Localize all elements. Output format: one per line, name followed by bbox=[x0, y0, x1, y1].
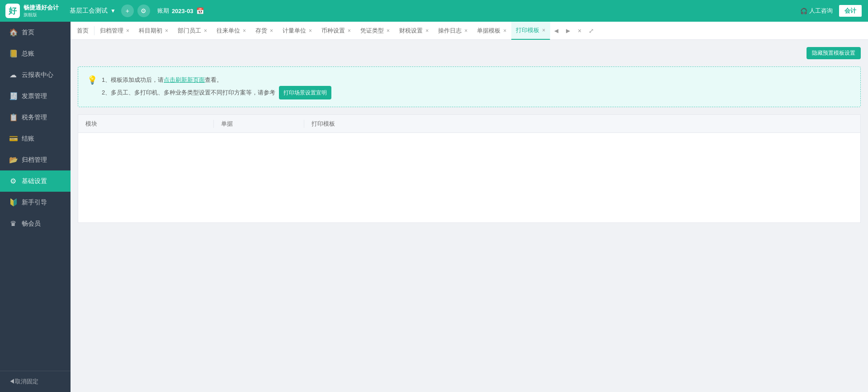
checkout-icon: 💳 bbox=[9, 134, 17, 143]
guide-icon: 🔰 bbox=[9, 198, 17, 207]
tab-close-units[interactable]: × bbox=[309, 28, 312, 34]
bulb-icon: 💡 bbox=[87, 75, 97, 99]
col-module-header: 模块 bbox=[78, 120, 214, 128]
member-icon: ♛ bbox=[9, 219, 17, 228]
reports-icon: ☁ bbox=[9, 71, 17, 79]
settings-button[interactable]: ⚙ bbox=[137, 5, 150, 17]
tab-counterparty[interactable]: 往来单位 × bbox=[212, 22, 251, 40]
ledger-icon: 📒 bbox=[9, 49, 17, 58]
dropdown-arrow-icon: ▼ bbox=[110, 8, 116, 14]
sidebar-label-tax: 税务管理 bbox=[22, 113, 47, 122]
sidebar-item-member[interactable]: ♛ 畅会员 bbox=[0, 213, 71, 234]
sidebar-label-guide: 新手引导 bbox=[22, 198, 47, 207]
sidebar-nav: 🏠 首页 📒 总账 ☁ 云报表中心 🧾 发票管理 📋 税务管理 bbox=[0, 22, 71, 371]
tab-inventory[interactable]: 存货 × bbox=[251, 22, 278, 40]
sidebar: 🏠 首页 📒 总账 ☁ 云报表中心 🧾 发票管理 📋 税务管理 bbox=[0, 22, 71, 392]
kuaiji-button[interactable]: 会计 bbox=[838, 4, 863, 18]
sidebar-item-settings[interactable]: ⚙ 基础设置 bbox=[0, 170, 71, 192]
tab-print-template[interactable]: 打印模板 × bbox=[511, 22, 550, 40]
notice-box: 💡 1、模板添加成功后，请点击刷新新页面查看。 2、多员工、多打印机、多种业务类… bbox=[78, 66, 861, 107]
tab-close-currency[interactable]: × bbox=[348, 28, 351, 34]
tab-close-all-button[interactable]: × bbox=[574, 22, 585, 40]
tab-operation-log[interactable]: 操作日志 × bbox=[434, 22, 472, 40]
top-actions: + ⚙ bbox=[121, 5, 150, 17]
sidebar-item-ledger[interactable]: 📒 总账 bbox=[0, 43, 71, 64]
tab-next-button[interactable]: ▶ bbox=[562, 22, 574, 40]
tab-subjects[interactable]: 科目期初 × bbox=[134, 22, 173, 40]
tab-close-subjects[interactable]: × bbox=[165, 28, 168, 34]
home-icon: 🏠 bbox=[9, 28, 17, 37]
sidebar-label-home: 首页 bbox=[22, 28, 34, 37]
table-header: 模块 单据 打印模板 bbox=[78, 114, 861, 132]
table-body bbox=[78, 132, 861, 223]
tab-close-archive-mgmt[interactable]: × bbox=[126, 28, 129, 34]
tab-close-inventory[interactable]: × bbox=[270, 28, 273, 34]
sidebar-item-archive[interactable]: 📂 归档管理 bbox=[0, 149, 71, 170]
help-button[interactable]: 🎧 人工咨询 bbox=[800, 7, 833, 15]
tab-voucher-type[interactable]: 凭证类型 × bbox=[356, 22, 395, 40]
invoice-icon: 🧾 bbox=[9, 92, 17, 100]
tab-home[interactable]: 首页 bbox=[72, 22, 93, 40]
tab-close-operation-log[interactable]: × bbox=[464, 28, 467, 34]
top-controls: 隐藏预置模板设置 bbox=[78, 47, 861, 63]
tab-separator bbox=[94, 26, 94, 35]
tab-departments[interactable]: 部门员工 × bbox=[173, 22, 212, 40]
sidebar-label-settings: 基础设置 bbox=[22, 177, 47, 185]
hide-template-button[interactable]: 隐藏预置模板设置 bbox=[807, 47, 861, 59]
sidebar-item-invoice[interactable]: 🧾 发票管理 bbox=[0, 85, 71, 107]
logo-area: 好 畅捷通好会计 旗舰版 bbox=[5, 4, 64, 18]
content-main: 隐藏预置模板设置 💡 1、模板添加成功后，请点击刷新新页面查看。 2、多员工、多… bbox=[71, 40, 868, 392]
tab-close-tax-settings[interactable]: × bbox=[425, 28, 429, 34]
content-area: 首页 归档管理 × 科目期初 × 部门员工 × 往来单位 × bbox=[71, 22, 868, 392]
tab-close-print-template[interactable]: × bbox=[542, 27, 545, 33]
company-selector[interactable]: 基层工会测试 ▼ bbox=[70, 7, 116, 15]
notice-line2: 2、多员工、多打印机、多种业务类型设置不同打印方案等，请参考 打印场景设置宣明 bbox=[102, 86, 331, 99]
sidebar-item-guide[interactable]: 🔰 新手引导 bbox=[0, 192, 71, 213]
headset-icon: 🎧 bbox=[800, 8, 807, 14]
sidebar-label-ledger: 总账 bbox=[22, 50, 34, 58]
archive-icon: 📂 bbox=[9, 156, 17, 164]
tax-icon: 📋 bbox=[9, 113, 17, 122]
logo-icon: 好 bbox=[5, 4, 20, 18]
tab-close-counterparty[interactable]: × bbox=[243, 28, 246, 34]
tab-prev-button[interactable]: ◀ bbox=[550, 22, 562, 40]
sidebar-label-invoice: 发票管理 bbox=[22, 92, 47, 100]
notice-line1: 1、模板添加成功后，请点击刷新新页面查看。 bbox=[102, 74, 331, 86]
settings-gear-icon: ⚙ bbox=[9, 177, 17, 185]
sidebar-item-checkout[interactable]: 💳 结账 bbox=[0, 128, 71, 149]
tab-expand-button[interactable]: ⤢ bbox=[585, 22, 597, 40]
logo-text: 畅捷通好会计 旗舰版 bbox=[24, 4, 59, 18]
sidebar-item-reports[interactable]: ☁ 云报表中心 bbox=[0, 64, 71, 85]
sidebar-label-member: 畅会员 bbox=[22, 220, 41, 228]
col-template-header: 打印模板 bbox=[304, 120, 860, 128]
tab-currency[interactable]: 币种设置 × bbox=[317, 22, 356, 40]
top-right: 🎧 人工咨询 会计 bbox=[800, 4, 863, 18]
col-voucher-header: 单据 bbox=[214, 120, 304, 128]
sidebar-footer[interactable]: ◀取消固定 bbox=[0, 371, 71, 392]
sidebar-item-home[interactable]: 🏠 首页 bbox=[0, 22, 71, 43]
tab-close-voucher-type[interactable]: × bbox=[387, 28, 390, 34]
tab-archive-mgmt[interactable]: 归档管理 × bbox=[95, 22, 134, 40]
tab-single-voucher[interactable]: 单据模板 × bbox=[472, 22, 511, 40]
sidebar-label-checkout: 结账 bbox=[22, 135, 34, 143]
refresh-link[interactable]: 点击刷新新页面 bbox=[164, 76, 205, 83]
tab-bar: 首页 归档管理 × 科目期初 × 部门员工 × 往来单位 × bbox=[71, 22, 868, 40]
print-scene-button[interactable]: 打印场景设置宣明 bbox=[279, 86, 331, 99]
main-area: 🏠 首页 📒 总账 ☁ 云报表中心 🧾 发票管理 📋 税务管理 bbox=[0, 22, 868, 392]
tab-tax-settings[interactable]: 财税设置 × bbox=[395, 22, 434, 40]
period-info: 账期 2023-03 📅 bbox=[157, 7, 204, 15]
tab-close-departments[interactable]: × bbox=[204, 28, 207, 34]
sidebar-label-reports: 云报表中心 bbox=[22, 71, 53, 79]
calendar-icon[interactable]: 📅 bbox=[196, 7, 204, 14]
sidebar-item-tax[interactable]: 📋 税务管理 bbox=[0, 107, 71, 128]
top-bar: 好 畅捷通好会计 旗舰版 基层工会测试 ▼ + ⚙ 账期 2023-03 📅 🎧… bbox=[0, 0, 868, 22]
print-template-table: 模块 单据 打印模板 bbox=[78, 114, 861, 223]
tab-close-single-voucher[interactable]: × bbox=[503, 28, 506, 34]
notice-content: 1、模板添加成功后，请点击刷新新页面查看。 2、多员工、多打印机、多种业务类型设… bbox=[102, 74, 331, 99]
add-button[interactable]: + bbox=[121, 5, 134, 17]
sidebar-label-archive: 归档管理 bbox=[22, 156, 47, 164]
tab-units[interactable]: 计量单位 × bbox=[278, 22, 317, 40]
